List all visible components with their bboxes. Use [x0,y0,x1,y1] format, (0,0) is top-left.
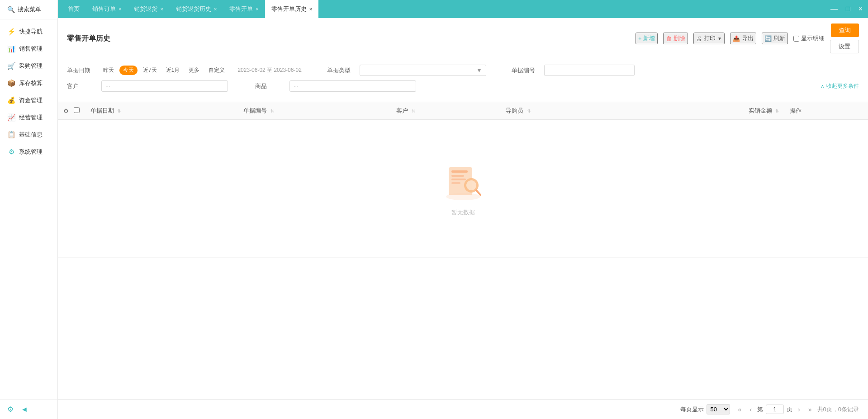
tab-sales-order[interactable]: 销售订单 × [86,0,128,18]
display-toggle-label: 显示明细 [801,34,825,42]
goods-select[interactable]: ··· [289,80,416,92]
tab-retail-open-close[interactable]: × [256,6,258,12]
select-all-checkbox[interactable] [74,107,80,113]
th-customer[interactable]: 客户 ⇅ [391,102,500,120]
toolbar: + 新增 🗑 删除 🖨 打印 ▼ 📤 导出 🔄 刷新 [636,24,859,53]
th-customer-sort[interactable]: ⇅ [412,108,415,113]
date-btn-yesterday[interactable]: 昨天 [100,66,118,75]
date-btn-7days[interactable]: 近7天 [139,66,161,75]
sidebar-item-purchase-mgmt[interactable]: 🛒 采购管理 [0,57,57,75]
window-max-btn[interactable]: □ [844,5,852,13]
tab-sales-order-close[interactable]: × [119,6,121,12]
tab-retail-open[interactable]: 零售开单 × [223,0,265,18]
svg-rect-5 [451,182,460,184]
empty-icon [441,160,486,201]
footer-collapse-icon[interactable]: ◄ [21,405,28,414]
doc-type-label: 单据类型 [327,66,352,75]
collapse-icon: ∧ [821,83,825,89]
tab-retail-open-history-close[interactable]: × [309,6,312,12]
svg-line-8 [476,190,480,195]
th-salesperson-label: 导购员 [506,107,523,114]
empty-text: 暂无数据 [451,208,475,217]
last-page-btn[interactable]: » [806,405,815,414]
refresh-icon: 🔄 [764,35,772,42]
first-page-btn[interactable]: « [735,405,745,414]
th-date[interactable]: 单据日期 ⇅ [85,102,238,120]
sidebar-item-label: 基础信息 [19,131,43,139]
th-amount-sort[interactable]: ⇅ [775,108,779,113]
display-toggle-checkbox[interactable] [793,36,799,42]
th-no-label: 单据编号 [243,107,267,114]
date-btn-more[interactable]: 更多 [185,66,203,75]
sidebar-item-base-info[interactable]: 📋 基础信息 [0,126,57,143]
collapse-button[interactable]: ∧ 收起更多条件 [821,82,859,90]
sidebar-item-sys-mgmt[interactable]: ⚙ 系统管理 [0,143,57,160]
th-salesperson[interactable]: 导购员 ⇅ [500,102,631,120]
main-content: 首页 销售订单 × 销货退货 × 销货退货历史 × 零售开单 × 零售开单历史 … [58,0,868,419]
page-suffix: 页 [787,405,792,414]
prev-page-btn[interactable]: ‹ [747,405,754,414]
th-salesperson-sort[interactable]: ⇅ [527,108,531,113]
table-settings-icon[interactable]: ⚙ [63,108,69,114]
search-icon: 🔍 [7,6,15,13]
sidebar-item-quick-nav[interactable]: ⚡ 快捷导航 [0,23,57,40]
display-toggle[interactable]: 显示明细 [793,34,825,42]
tab-sales-return[interactable]: 销货退货 × [128,0,169,18]
sidebar-item-operations[interactable]: 📈 经营管理 [0,109,57,126]
next-page-btn[interactable]: › [795,405,803,414]
print-button[interactable]: 🖨 打印 ▼ [693,33,725,44]
sidebar-search[interactable]: 🔍 搜索菜单 [0,0,57,19]
add-button[interactable]: + 新增 [636,33,658,44]
window-close-btn[interactable]: × [857,5,864,13]
goods-label: 商品 [255,82,280,90]
delete-button[interactable]: 🗑 删除 [663,33,688,44]
doc-type-select[interactable]: ▼ [360,65,486,76]
tab-sales-return-close[interactable]: × [160,6,163,12]
goods-dots: ··· [294,83,299,89]
th-actions-label: 操作 [790,107,802,114]
sidebar-menu: ⚡ 快捷导航 📊 销售管理 🛒 采购管理 📦 库存核算 💰 资金管理 📈 经营管… [0,19,57,399]
footer-settings-icon[interactable]: ⚙ [7,405,14,414]
page-title: 零售开单历史 [67,34,110,43]
date-buttons: 昨天 今天 近7天 近1月 更多 自定义 [100,66,228,75]
filter-row-2: 客户 ··· 商品 ··· ∧ 收起更多条件 [67,80,859,92]
per-page-select[interactable]: 50 10 20 100 [707,404,730,414]
th-amount[interactable]: 实销金额 ⇅ [631,102,784,120]
doc-no-label: 单据编号 [512,66,537,75]
print-icon: 🖨 [696,35,702,42]
per-page: 每页显示 50 10 20 100 [680,404,730,414]
sidebar-item-label: 系统管理 [19,148,43,156]
page-label: 第 [757,405,763,414]
sidebar-item-inventory[interactable]: 📦 库存核算 [0,75,57,92]
th-no-sort[interactable]: ⇅ [270,108,274,113]
empty-state: 暂无数据 [63,124,863,253]
query-button[interactable]: 查询 [831,24,859,37]
tab-sales-return-history[interactable]: 销货退货历史 × [170,0,223,18]
date-btn-custom[interactable]: 自定义 [205,66,228,75]
customer-select[interactable]: ··· [101,80,228,92]
window-controls: — □ × [829,5,864,13]
tab-bar: 首页 销售订单 × 销货退货 × 销货退货历史 × 零售开单 × 零售开单历史 … [58,0,868,18]
tab-retail-open-history[interactable]: 零售开单历史 × [265,0,318,18]
filter-area: 单据日期 昨天 今天 近7天 近1月 更多 自定义 2023-06-02 至 2… [58,59,868,102]
doc-no-input[interactable] [544,65,635,76]
date-btn-1month[interactable]: 近1月 [162,66,184,75]
sidebar-item-sales-mgmt[interactable]: 📊 销售管理 [0,40,57,57]
export-label: 导出 [742,34,754,42]
tab-home[interactable]: 首页 [62,0,86,18]
export-button[interactable]: 📤 导出 [730,33,756,44]
window-min-btn[interactable]: — [829,5,840,13]
sidebar-item-label: 库存核算 [19,79,43,87]
date-btn-today[interactable]: 今天 [119,66,138,75]
inventory-icon: 📦 [7,79,15,87]
refresh-button[interactable]: 🔄 刷新 [762,33,788,44]
tab-home-label: 首页 [68,5,80,13]
sidebar-item-finance[interactable]: 💰 资金管理 [0,92,57,109]
th-date-sort[interactable]: ⇅ [117,108,121,113]
setting-button[interactable]: 设置 [830,40,859,53]
page-input[interactable] [766,405,784,414]
th-settings: ⚙ [58,102,85,120]
sidebar-footer: ⚙ ◄ [0,399,57,419]
th-no[interactable]: 单据编号 ⇅ [238,102,391,120]
tab-sales-return-history-close[interactable]: × [214,6,217,12]
